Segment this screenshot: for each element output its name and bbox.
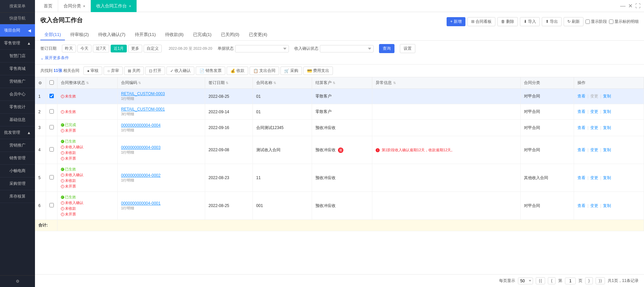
toolbar-expense-contract-btn[interactable]: 📋 支出合同: [250, 67, 279, 75]
page-input[interactable]: [565, 278, 576, 284]
tab-home[interactable]: 首页: [38, 0, 58, 12]
row-checkbox[interactable]: [49, 147, 54, 152]
tab-close-contract-category[interactable]: ×: [83, 4, 85, 8]
row-checkbox[interactable]: [49, 125, 54, 129]
contract-code-link[interactable]: 0000000000004-0001: [121, 201, 201, 206]
doc-status-filter: 单据状态: [218, 45, 289, 52]
income-confirm-select[interactable]: [320, 45, 374, 52]
filter-tab-completed[interactable]: 已完成(1): [189, 30, 216, 40]
contract-code-link[interactable]: 0000000000004-0004: [121, 123, 201, 128]
toolbar-close-btn[interactable]: ⊠ 关闭: [124, 67, 144, 75]
filter-settings-button[interactable]: 设置: [400, 44, 415, 53]
edit-btn[interactable]: 变更: [590, 125, 598, 130]
filter-tab-pending-collection[interactable]: 待收款(8): [161, 30, 188, 40]
toolbar-open-btn[interactable]: ⊡ 打开: [145, 67, 165, 75]
contract-code-link[interactable]: 0000000000004-0003: [121, 145, 201, 150]
date-btn-more[interactable]: 更多: [128, 45, 142, 52]
filter-tab-pending-income-confirm[interactable]: 待收入确认(7): [94, 30, 129, 40]
sidebar-item-marketing2[interactable]: 营销推广: [0, 139, 35, 152]
contract-code-link[interactable]: RETAIL_CUSTOM-0001: [121, 107, 201, 112]
filter-tab-pending-invoice[interactable]: 待开票(11): [131, 30, 160, 40]
sidebar-item-base-info[interactable]: 基础信息: [0, 114, 35, 126]
date-btn-today[interactable]: 今天: [77, 45, 91, 52]
filter-tab-changed[interactable]: 已变更(4): [245, 30, 271, 40]
expand-more-btn[interactable]: ⌄ 展开更多条件: [40, 55, 639, 61]
sidebar-item-inventory[interactable]: 库存核算: [0, 190, 35, 203]
filter-tab-pending-review[interactable]: 待审核(2): [66, 30, 93, 40]
sidebar-item-smart-store[interactable]: 智慧门店: [0, 50, 35, 63]
sidebar-nav[interactable]: 快捷导航: [0, 13, 35, 24]
copy-btn[interactable]: 复制: [603, 94, 611, 98]
toolbar-review-btn[interactable]: ● 审核: [83, 67, 102, 75]
window-close-icon[interactable]: ✕: [628, 3, 633, 9]
new-button[interactable]: + 新增: [447, 17, 465, 26]
view-btn[interactable]: 查看: [577, 203, 585, 208]
kanban-button[interactable]: ⊞ 合同看板: [467, 17, 495, 26]
view-btn[interactable]: 查看: [577, 109, 585, 114]
toolbar-income-confirm-btn[interactable]: ✓ 收入确认: [166, 67, 194, 75]
sidebar-item-xiaochangec[interactable]: 小畅电商: [0, 165, 35, 177]
refresh-button[interactable]: ↻ 刷新: [564, 17, 583, 26]
sidebar-item-retail-mall[interactable]: 零售商城: [0, 63, 35, 75]
toolbar-expense-btn[interactable]: 💳 费用支出: [303, 67, 333, 75]
per-page-select[interactable]: 50 100 200: [518, 278, 533, 284]
page-next-btn[interactable]: ⟩: [585, 277, 593, 284]
doc-status-select[interactable]: [235, 45, 289, 52]
tab-income-workbench[interactable]: 收入合同工作台 ×: [91, 0, 137, 12]
page-prev-btn[interactable]: ⟨: [548, 277, 556, 284]
sidebar-item-retail-stats[interactable]: 零售统计: [0, 101, 35, 114]
copy-btn[interactable]: 复制: [603, 109, 611, 114]
page-first-btn[interactable]: ⟨⟨: [536, 277, 545, 284]
query-button[interactable]: 查询: [379, 44, 394, 53]
copy-btn[interactable]: 复制: [603, 175, 611, 180]
copy-btn[interactable]: 复制: [603, 148, 611, 152]
show-details-checkbox[interactable]: 显示标的明细: [609, 19, 639, 25]
select-all-checkbox[interactable]: [49, 80, 54, 85]
date-btn-custom[interactable]: 自定义: [144, 45, 162, 52]
toolbar-sales-invoice-btn[interactable]: 📄 销售发票: [196, 67, 225, 75]
tab-close-income-workbench[interactable]: ×: [129, 4, 131, 8]
sidebar-item-project[interactable]: 项目合同 ◀: [0, 24, 35, 37]
sidebar-item-retail-mgmt[interactable]: 零售管理 ▲: [0, 37, 35, 50]
toolbar-abandon-review-btn[interactable]: ○ 弃审: [104, 67, 122, 75]
row-checkbox[interactable]: [49, 175, 54, 179]
window-minimize-icon[interactable]: —: [620, 3, 626, 9]
tab-contract-category[interactable]: 合同分类 ×: [58, 0, 91, 12]
edit-btn[interactable]: 变更: [590, 148, 598, 152]
sidebar-item-marketing[interactable]: 营销推广: [0, 75, 35, 88]
show-segments-checkbox[interactable]: 显示阶段: [585, 19, 607, 25]
export-button[interactable]: ⬆ 导出: [542, 17, 562, 26]
toolbar-collection-btn[interactable]: 💰 收款: [227, 67, 248, 75]
delete-button[interactable]: 🗑 删除: [497, 17, 518, 26]
filter-tab-all[interactable]: 全部(11): [40, 30, 65, 40]
row-checkbox[interactable]: [49, 203, 54, 207]
import-button[interactable]: ⬇ 导入: [520, 17, 540, 26]
window-expand-icon[interactable]: ⛶: [635, 3, 641, 9]
sidebar-item-purchase[interactable]: 采购管理: [0, 177, 35, 190]
contract-code-link[interactable]: 0000000000004-0002: [121, 173, 201, 178]
view-btn[interactable]: 查看: [577, 125, 585, 130]
copy-btn[interactable]: 复制: [603, 203, 611, 208]
page-last-btn[interactable]: ⟩⟩: [596, 277, 605, 284]
view-btn[interactable]: 查看: [577, 94, 585, 98]
view-btn[interactable]: 查看: [577, 148, 585, 152]
edit-btn[interactable]: 变更: [590, 94, 598, 98]
view-btn[interactable]: 查看: [577, 175, 585, 180]
sidebar-search[interactable]: 搜索菜单: [0, 0, 35, 13]
copy-btn[interactable]: 复制: [603, 125, 611, 130]
contract-code-link[interactable]: RETAIL_CUSTOM-0003: [121, 91, 201, 96]
edit-btn[interactable]: 变更: [590, 203, 598, 208]
edit-btn[interactable]: 变更: [590, 175, 598, 180]
sidebar-settings[interactable]: ⚙: [0, 275, 35, 287]
row-checkbox[interactable]: [49, 94, 54, 98]
sidebar-item-sales-mgmt[interactable]: 销售管理: [0, 152, 35, 165]
edit-btn[interactable]: 变更: [590, 109, 598, 114]
sidebar-item-member[interactable]: 会员中心: [0, 88, 35, 101]
sidebar-item-wholesale[interactable]: 批发管理 ▲: [0, 126, 35, 139]
toolbar-purchase-btn[interactable]: 🛒 采购: [280, 67, 302, 75]
date-btn-7days[interactable]: 近7天: [93, 45, 109, 52]
date-btn-yesterday[interactable]: 昨天: [62, 45, 76, 52]
filter-tab-closed[interactable]: 已关闭(0): [217, 30, 243, 40]
date-btn-1month[interactable]: 近1月: [111, 45, 127, 52]
row-checkbox[interactable]: [49, 109, 54, 114]
